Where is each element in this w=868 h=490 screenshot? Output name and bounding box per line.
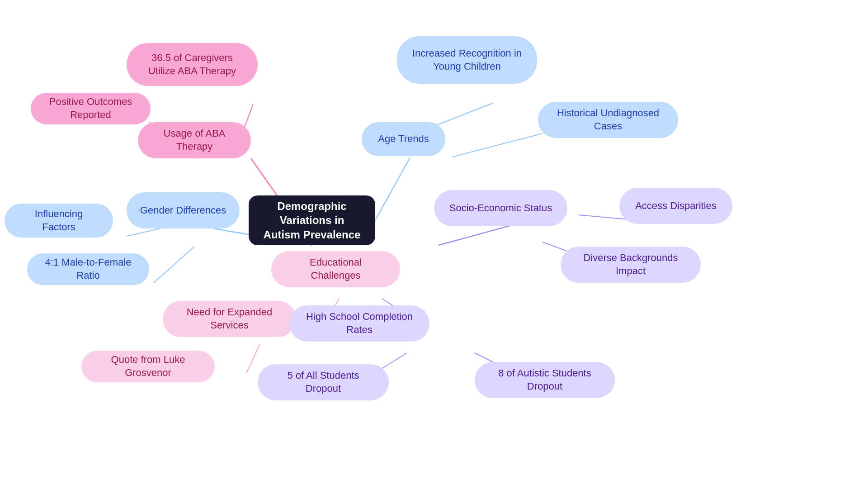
svg-line-8 (452, 133, 542, 157)
svg-line-15 (246, 344, 260, 373)
positive-outcomes-node: Positive Outcomes Reported (31, 93, 151, 124)
male-female-ratio-node: 4:1 Male-to-Female Ratio (27, 253, 149, 285)
quote-luke-node: Quote from Luke Grosvenor (81, 351, 215, 382)
socio-economic-node: Socio-Economic Status (434, 190, 567, 226)
need-services-node: Need for Expanded Services (163, 301, 296, 337)
center-node: Demographic Variations inAutism Prevalen… (249, 195, 375, 245)
all-students-dropout-node: 5 of All Students Dropout (258, 364, 389, 400)
historical-undiagnosed-node: Historical Undiagnosed Cases (538, 102, 678, 138)
hs-completion-node: High School Completion Rates (289, 305, 429, 342)
autistic-dropout-node: 8 of Autistic Students Dropout (475, 362, 615, 398)
aba-therapy-node: Usage of ABA Therapy (138, 122, 251, 158)
increased-recognition-node: Increased Recognition in Young Children (397, 36, 537, 84)
svg-line-9 (127, 228, 160, 236)
svg-line-10 (154, 247, 194, 283)
svg-line-3 (439, 224, 516, 245)
influencing-factors-node: Influencing Factors (5, 204, 113, 238)
gender-differences-node: Gender Differences (127, 192, 240, 228)
svg-line-11 (579, 215, 628, 219)
access-disparities-node: Access Disparities (619, 188, 732, 224)
age-trends-node: Age Trends (362, 122, 445, 156)
diverse-backgrounds-node: Diverse Backgrounds Impact (561, 247, 701, 283)
educational-challenges-node: Educational Challenges (271, 251, 400, 287)
svg-line-1 (375, 157, 410, 220)
caregivers-aba-node: 36.5 of Caregivers Utilize ABA Therapy (127, 43, 258, 86)
